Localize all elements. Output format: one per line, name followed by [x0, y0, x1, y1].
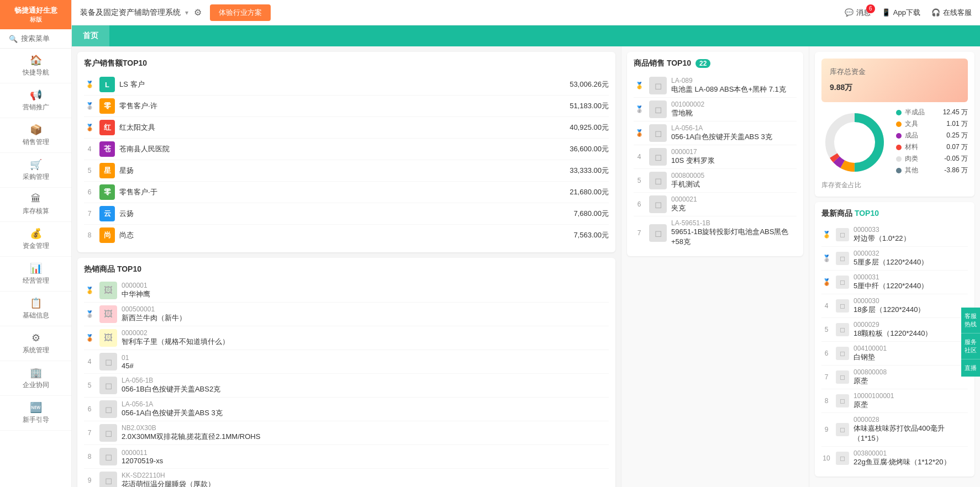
- legend-value: -0.05 万: [944, 154, 968, 163]
- chart-icon: 📊: [30, 262, 42, 274]
- product-info: KK-SD22110H 花语萌恒温分腿睡袋（厚款）: [122, 472, 609, 487]
- product-icon: ◻: [836, 276, 849, 289]
- customer-value: 53,006.26元: [570, 80, 609, 89]
- product-name: 59651-1B旋转投影灯电池盒ABS黑色+58克: [671, 227, 797, 247]
- rank-number: 6: [84, 188, 95, 196]
- product-code: 003800001: [853, 449, 951, 457]
- rank-number: 8: [821, 397, 831, 405]
- topbar-system: 装备及固定资产辅助管理系统 ▾: [80, 8, 188, 18]
- rank-number: 8: [84, 453, 95, 460]
- tab-home[interactable]: 首页: [72, 25, 109, 46]
- donut-section: 半成品 12.45 万 文具 1.01 万 成品 0.25 万 材料 0.07 …: [821, 108, 968, 177]
- app-download-button[interactable]: 📱 App下载: [882, 8, 920, 18]
- rank-number: 🥉: [821, 278, 831, 286]
- product-sales-title: 商品销售 TOP10 22: [634, 59, 797, 68]
- page-header: 首页: [72, 25, 980, 46]
- product-code: 0000031: [853, 273, 928, 281]
- rank-number: 7: [634, 229, 645, 237]
- rank-number: 🥈: [84, 310, 95, 318]
- megaphone-icon: 📢: [30, 89, 42, 101]
- float-community-btn[interactable]: 服务社区: [961, 334, 980, 359]
- product-name: 12070519-xs: [122, 457, 609, 465]
- office-icon: 🏢: [30, 367, 42, 379]
- sidebar-item-label: 系统管理: [23, 346, 49, 355]
- rank-number: 🥈: [821, 255, 831, 262]
- newest-product-row: 🥉 ◻ 0000031 5厘中纤（1220*2440）: [821, 271, 968, 294]
- product-info: LA-59651-1B 59651-1B旋转投影灯电池盒ABS黑色+58克: [671, 219, 797, 247]
- legend-name: 肉类: [905, 154, 941, 163]
- product-info: 01 45#: [122, 354, 609, 370]
- customer-avatar: 尚: [99, 227, 115, 243]
- rank-number: 4: [821, 302, 831, 310]
- rank-number: 4: [634, 153, 645, 161]
- search-label: 搜索菜单: [21, 34, 50, 44]
- product-info: 0000017 10S 变料罗浆: [671, 148, 797, 166]
- sidebar-search-item[interactable]: 🔍 搜索菜单: [0, 29, 71, 49]
- trial-button[interactable]: 体验行业方案: [210, 4, 271, 21]
- sidebar-item-marketing[interactable]: 📢 营销推广: [0, 83, 71, 118]
- product-code: LA-59651-1B: [671, 219, 797, 227]
- product-name: 18颗粒板（1220*2440）: [853, 329, 932, 338]
- product-image: ◻: [649, 148, 667, 166]
- product-sales-column: 商品销售 TOP10 22 🥇 ◻ LA-089 电池盖 LA-089 ABS本…: [621, 46, 809, 487]
- online-service-button[interactable]: 🎧 在线客服: [931, 8, 972, 18]
- newest-product-row: 4 ◻ 0000030 18多层（1220*2440）: [821, 294, 968, 318]
- sidebar-item-purchase[interactable]: 🛒 采购管理: [0, 153, 71, 188]
- customer-avatar: 云: [99, 206, 115, 221]
- customer-row: 7 云 云扬 7,680.00元: [84, 203, 609, 225]
- settings-icon[interactable]: ⚙: [194, 7, 202, 18]
- legend-item: 肉类 -0.05 万: [896, 154, 968, 163]
- sidebar-item-sales[interactable]: 📦 销售管理: [0, 118, 71, 153]
- float-live-btn[interactable]: 直播: [961, 359, 980, 377]
- product-sales-row: 4 ◻ 0000017 10S 变料罗浆: [634, 145, 797, 169]
- product-code: LA-056-1A: [122, 400, 609, 408]
- product-name: 手机测试: [671, 179, 797, 189]
- sidebar-item-guide[interactable]: 🆕 新手引导: [0, 396, 71, 431]
- message-button[interactable]: 💬 消息 6: [845, 8, 871, 18]
- message-icon: 💬: [845, 8, 853, 17]
- sidebar-item-basic-info[interactable]: 📋 基础信息: [0, 292, 71, 326]
- customer-ranking-table: 🥇 L LS 客户 53,006.26元 🥈 零 零售客户·许 51,183.0…: [84, 74, 609, 246]
- customer-top10-card: 客户销售额TOP10 🥇 L LS 客户 53,006.26元 🥈 零 零售客户…: [77, 52, 615, 252]
- product-name: 电池盖 LA-089 ABS本色+黑种 7.1克: [671, 84, 797, 94]
- customer-name: 零售客户·许: [119, 101, 565, 111]
- chevron-down-icon[interactable]: ▾: [185, 9, 188, 17]
- float-service-btn[interactable]: 客服热线: [961, 308, 980, 334]
- sidebar-item-inventory[interactable]: 🏛 库存核算: [0, 188, 71, 222]
- rank-number: 5: [634, 177, 645, 184]
- product-sales-row: 🥇 ◻ LA-089 电池盖 LA-089 ABS本色+黑种 7.1克: [634, 74, 797, 98]
- legend-item: 半成品 12.45 万: [896, 108, 968, 117]
- sidebar-item-system[interactable]: ⚙ 系统管理: [0, 326, 71, 361]
- sidebar-item-operations[interactable]: 📊 经营管理: [0, 257, 71, 292]
- customer-value: 7,563.00元: [573, 230, 609, 240]
- product-sales-list: 🥇 ◻ LA-089 电池盖 LA-089 ABS本色+黑种 7.1克 🥈 ◻ …: [634, 74, 797, 250]
- hot-product-row: 🥇 🖼 0000001 中华神鹰: [84, 279, 609, 303]
- legend-item: 材料 0.07 万: [896, 142, 968, 152]
- sidebar-item-label: 新手引导: [23, 415, 49, 425]
- customer-row: 8 尚 尚态 7,563.00元: [84, 225, 609, 246]
- product-info: LA-056-1B 056-1B白色按键开关盖ABS2克: [122, 377, 609, 394]
- sidebar-logo: 畅捷通好生意 标版: [0, 0, 71, 29]
- sidebar-item-enterprise[interactable]: 🏢 企业协同: [0, 361, 71, 396]
- product-sales-row: 5 ◻ 000800005 手机测试: [634, 169, 797, 193]
- product-info: 0000001 中华神鹰: [122, 282, 609, 299]
- product-image: ◻: [649, 124, 667, 142]
- sidebar-item-finance[interactable]: 💰 资金管理: [0, 222, 71, 257]
- legend-color-dot: [896, 133, 902, 139]
- sidebar: 畅捷通好生意 标版 🔍 搜索菜单 🏠 快捷导航 📢 营销推广 📦 销售管理 🛒 …: [0, 0, 72, 487]
- product-name: 5厘中纤（1220*2440）: [853, 281, 928, 291]
- legend-value: 1.01 万: [946, 119, 968, 129]
- hot-product-row: 🥈 🖼 000500001 新西兰牛肉（新牛）: [84, 303, 609, 326]
- product-code: 0000032: [853, 250, 928, 257]
- product-image: ◻: [99, 377, 117, 394]
- customer-top10-label: 客户销售额TOP10: [84, 59, 147, 68]
- legend-color-dot: [896, 110, 902, 115]
- content: 客户销售额TOP10 🥇 L LS 客户 53,006.26元 🥈 零 零售客户…: [72, 46, 980, 487]
- legend-color-dot: [896, 156, 902, 162]
- rank-number: 8: [84, 231, 95, 239]
- product-info: 0000011 12070519-xs: [122, 449, 609, 465]
- logo-subtitle: 标版: [30, 15, 42, 24]
- legend-name: 半成品: [905, 108, 940, 117]
- product-info: 000800005 手机测试: [671, 172, 797, 189]
- sidebar-item-quick-nav[interactable]: 🏠 快捷导航: [0, 49, 71, 83]
